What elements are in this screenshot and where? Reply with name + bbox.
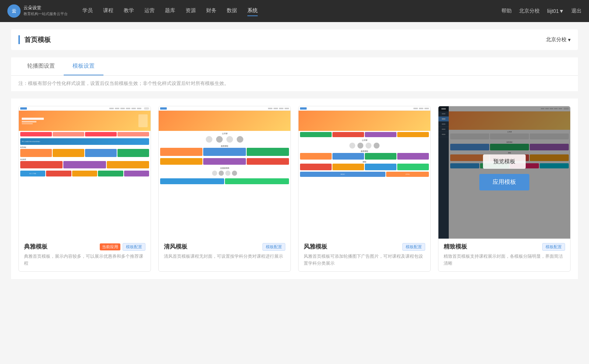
- badge-config-2[interactable]: 模板配置: [262, 243, 285, 251]
- template-footer-2: 清风模板 模板配置 清风首页模板课程无封面，可设置按学科分类对课程进行展示: [159, 239, 290, 264]
- nav-link-courses[interactable]: 课程: [103, 6, 113, 16]
- template-footer-1: 典雅模板 当前应用 模板配置 典雅首页模板，展示内容较多，可以展示优惠券和多个推…: [19, 239, 151, 271]
- logo-icon: 云: [7, 4, 21, 18]
- templates-grid: 30天 让你摆脱平庸 知识使你更有魅力 推荐课程: [18, 106, 571, 272]
- tab-template[interactable]: 模板设置: [64, 57, 103, 75]
- badge-config-4[interactable]: 模板配置: [542, 243, 565, 251]
- template-badges-1: 当前应用 模板配置: [100, 243, 145, 251]
- template-preview-4[interactable]: 公开课 推荐课程: [438, 106, 570, 239]
- main-content: 首页模板 北京分校 ▾ 轮播图设置 模板设置 注：模板有部分个性化样式设置，设置…: [0, 22, 589, 286]
- template-preview-2[interactable]: 公开课 推荐课程: [159, 106, 290, 239]
- preview-button-4[interactable]: 预览模板: [483, 154, 526, 169]
- template-preview-3[interactable]: 公开课 推荐课程: [299, 106, 430, 239]
- preview-button-2[interactable]: 预览模板: [203, 154, 246, 169]
- page-header: 首页模板 北京分校 ▾: [11, 29, 578, 50]
- user-menu[interactable]: liijt01▼: [547, 8, 564, 14]
- chevron-down-icon: ▾: [568, 37, 571, 43]
- template-desc-4: 精致首页模板支持课程展示封面，各模板分隔明显，界面简洁清晰: [444, 253, 565, 267]
- template-footer-3: 风雅模板 模板配置 风雅首页模板可添加轮播图下广告图片，可对课程及课程包设置学科…: [299, 239, 430, 271]
- nav-link-data[interactable]: 数据: [227, 6, 237, 16]
- template-footer-4: 精致模板 模板配置 精致首页模板支持课程展示封面，各模板分隔明显，界面简洁清晰: [438, 239, 570, 271]
- nav-link-resources[interactable]: 资源: [186, 6, 196, 16]
- template-badges-2: 模板配置: [262, 243, 285, 251]
- apply-button-1[interactable]: 应用模板: [60, 174, 110, 190]
- notice-text: 注：模板有部分个性化样式设置，设置后仅当前模板生效；非个性化样式设置后针对所有模…: [11, 76, 578, 91]
- branch-link[interactable]: 北京分校: [519, 8, 540, 14]
- badge-config-1[interactable]: 模板配置: [123, 243, 145, 251]
- logo-text: 云朵设堂教育机构一站式服务云平台: [24, 5, 68, 17]
- template-name-1: 典雅模板: [24, 243, 47, 251]
- branch-name: 北京分校: [546, 36, 567, 43]
- navbar: 云 云朵设堂教育机构一站式服务云平台 学员 课程 教学 运营 题库 资源 财务 …: [0, 0, 589, 22]
- template-name-3: 风雅模板: [304, 243, 327, 251]
- help-link[interactable]: 帮助: [501, 8, 512, 14]
- template-overlay-4: 预览模板 应用模板: [438, 106, 570, 239]
- template-badges-4: 模板配置: [542, 243, 565, 251]
- nav-link-students[interactable]: 学员: [82, 6, 93, 16]
- templates-section: 30天 让你摆脱平庸 知识使你更有魅力 推荐课程: [11, 99, 578, 279]
- navbar-right: 帮助 北京分校 liijt01▼ 退出: [501, 8, 582, 14]
- apply-button-4[interactable]: 应用模板: [479, 174, 529, 190]
- nav-links: 学员 课程 教学 运营 题库 资源 财务 数据 系统: [82, 6, 258, 16]
- template-card-4: 公开课 推荐课程: [438, 106, 571, 272]
- nav-link-teaching[interactable]: 教学: [124, 6, 134, 16]
- template-badges-3: 模板配置: [402, 243, 425, 251]
- template-name-2: 清风模板: [164, 243, 187, 251]
- template-desc-1: 典雅首页模板，展示内容较多，可以展示优惠券和多个推荐课程: [24, 253, 145, 267]
- tabs-container: 轮播图设置 模板设置: [11, 57, 578, 76]
- nav-link-finance[interactable]: 财务: [206, 6, 216, 16]
- nav-link-operations[interactable]: 运营: [144, 6, 155, 16]
- badge-config-3[interactable]: 模板配置: [402, 243, 425, 251]
- apply-button-3[interactable]: 应用模板: [339, 174, 389, 190]
- nav-link-questions[interactable]: 题库: [165, 6, 175, 16]
- template-card-3: 公开课 推荐课程: [298, 106, 431, 272]
- logout-link[interactable]: 退出: [571, 8, 582, 14]
- apply-button-2[interactable]: 应用模板: [200, 174, 250, 190]
- navbar-left: 云 云朵设堂教育机构一站式服务云平台 学员 课程 教学 运营 题库 资源 财务 …: [7, 4, 258, 18]
- template-name-4: 精致模板: [444, 243, 467, 251]
- page-title: 首页模板: [18, 35, 51, 44]
- preview-button-1[interactable]: 预览模板: [63, 154, 106, 169]
- nav-link-system[interactable]: 系统: [247, 6, 258, 16]
- badge-current-1: 当前应用: [100, 243, 120, 250]
- template-card-1: 30天 让你摆脱平庸 知识使你更有魅力 推荐课程: [18, 106, 151, 272]
- preview-button-3[interactable]: 预览模板: [343, 154, 386, 169]
- tabs: 轮播图设置 模板设置: [18, 57, 571, 75]
- template-desc-2: 清风首页模板课程无封面，可设置按学科分类对课程进行展示: [164, 253, 285, 260]
- logo: 云 云朵设堂教育机构一站式服务云平台: [7, 4, 68, 18]
- branch-selector[interactable]: 北京分校 ▾: [546, 36, 571, 43]
- template-card-2: 公开课 推荐课程: [158, 106, 291, 272]
- template-desc-3: 风雅首页模板可添加轮播图下广告图片，可对课程及课程包设置学科分类展示: [304, 253, 425, 267]
- tab-carousel[interactable]: 轮播图设置: [18, 57, 64, 75]
- template-preview-1[interactable]: 30天 让你摆脱平庸 知识使你更有魅力 推荐课程: [19, 106, 151, 239]
